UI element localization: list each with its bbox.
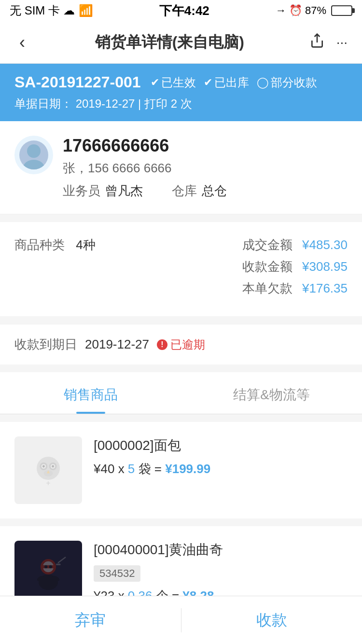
wifi-icon: 📶 [79, 4, 93, 17]
svg-point-9 [52, 465, 54, 468]
customer-name: 张，156 6666 6666 [63, 160, 348, 177]
due-label: 收款到期日 [14, 336, 77, 353]
alarm-icon: ⏰ [289, 4, 302, 17]
received-value: ¥308.95 [302, 259, 348, 274]
price-total-1: ¥199.99 [165, 462, 210, 476]
amount-label: 成交金额 [242, 237, 292, 253]
due-date: 2019-12-27 [85, 337, 149, 352]
svg-point-1 [27, 144, 41, 158]
status-shipped: ✔ 已出库 [204, 75, 249, 90]
product-name-2: [000400001]黄油曲奇 [94, 541, 348, 559]
salesperson-label: 业务员 [63, 182, 100, 199]
cancel-button[interactable]: 弃审 [0, 600, 181, 641]
share-button[interactable] [309, 33, 325, 52]
owed-value: ¥176.35 [302, 281, 348, 296]
svg-point-8 [42, 465, 45, 468]
product-list: + [0000002]面包 ¥40 x 5 袋 = ¥199.99 [0, 422, 362, 623]
received-label: 收款金额 [242, 258, 292, 275]
price-operator-1: x [118, 462, 128, 476]
print-unit: 次 [181, 97, 192, 110]
status-bar: 无 SIM 卡 ☁ 📶 下午4:42 → ⏰ 87% [0, 0, 362, 21]
battery-icon [331, 5, 352, 16]
salesperson-value: 曾凡杰 [105, 182, 143, 199]
nav-bar: ‹ 销货单详情(来自电脑) ··· [0, 21, 362, 64]
bottom-bar: 弃审 收款 [0, 596, 362, 644]
svg-text:+: + [46, 479, 50, 487]
price-equals-1: = [154, 462, 165, 476]
page-title: 销货单详情(来自电脑) [95, 32, 244, 53]
salesperson-meta: 业务员 曾凡杰 [63, 182, 143, 199]
summary-right: 成交金额 ¥485.30 收款金额 ¥308.95 本单欠款 ¥176.35 [242, 237, 348, 302]
tabs-section: 销售商品 结算&物流等 + [0, 372, 362, 623]
sim-label: 无 SIM 卡 ☁ [10, 3, 75, 18]
status-time: 下午4:42 [159, 2, 209, 19]
product-details-1: [0000002]面包 ¥40 x 5 袋 = ¥199.99 [94, 436, 348, 477]
overdue-badge: ! 已逾期 [157, 337, 205, 352]
summary-left: 商品种类 4种 [14, 237, 96, 253]
check-icon-1: ✔ [151, 76, 159, 89]
tab-products[interactable]: 销售商品 [0, 372, 181, 414]
tab-settlement[interactable]: 结算&物流等 [181, 372, 362, 414]
product-types-count: 4种 [76, 238, 95, 252]
amount-row: 成交金额 ¥485.30 [242, 237, 348, 253]
status-right: → ⏰ 87% [276, 4, 352, 17]
amount-value: ¥485.30 [302, 238, 348, 252]
product-tag-2: 534532 [94, 565, 140, 582]
order-date: 2019-12-27 [76, 97, 135, 110]
price-unit-1: 袋 [139, 462, 151, 476]
overdue-text: 已逾期 [170, 337, 205, 352]
more-button[interactable]: ··· [336, 35, 348, 50]
svg-point-2 [23, 160, 44, 169]
customer-phone: 17666666666 [63, 136, 348, 156]
warehouse-value: 总仓 [202, 182, 227, 199]
tabs-bar: 销售商品 结算&物流等 [0, 372, 362, 414]
product-price-1: ¥40 x 5 袋 = ¥199.99 [94, 461, 348, 477]
confirm-button[interactable]: 收款 [181, 600, 362, 641]
product-types-label: 商品种类 [14, 238, 65, 252]
battery-percent: 87% [305, 4, 326, 17]
owed-row: 本单欠款 ¥176.35 [242, 280, 348, 297]
list-item: + [0000002]面包 ¥40 x 5 袋 = ¥199.99 [0, 422, 362, 518]
svg-rect-22 [56, 564, 61, 565]
status-left: 无 SIM 卡 ☁ 📶 [10, 3, 93, 18]
summary-section: 商品种类 4种 成交金额 ¥485.30 收款金额 ¥308.95 本单欠款 ¥… [0, 222, 362, 316]
order-number: SA-20191227-001 [14, 73, 141, 91]
due-section: 收款到期日 2019-12-27 ! 已逾期 [0, 324, 362, 364]
back-button[interactable]: ‹ [14, 28, 30, 57]
order-date-row: 单据日期： 2019-12-27 | 打印 2 次 [14, 96, 348, 112]
nav-actions: ··· [309, 33, 348, 52]
received-row: 收款金额 ¥308.95 [242, 258, 348, 275]
product-image-1: + [14, 436, 82, 504]
warehouse-label: 仓库 [172, 182, 197, 199]
clock-icon: ◯ [257, 76, 269, 89]
product-details-2: [000400001]黄油曲奇 534532 ¥23 x 0.36 个 = ¥8… [94, 541, 348, 604]
svg-point-17 [49, 565, 52, 568]
location-icon: → [276, 4, 286, 17]
status-partial: ◯ 部分收款 [257, 75, 317, 90]
svg-line-21 [58, 557, 66, 563]
avatar [14, 136, 53, 174]
warehouse-meta: 仓库 总仓 [172, 182, 227, 199]
print-count: 2 [171, 97, 177, 110]
order-header: SA-20191227-001 ✔ 已生效 ✔ 已出库 ◯ 部分收款 单据日期：… [0, 64, 362, 121]
status-tags: ✔ 已生效 ✔ 已出库 ◯ 部分收款 [151, 75, 317, 90]
status-effective: ✔ 已生效 [151, 75, 196, 90]
customer-meta: 业务员 曾凡杰 仓库 总仓 [63, 182, 348, 199]
check-icon-2: ✔ [204, 76, 212, 89]
customer-info: 17666666666 张，156 6666 6666 业务员 曾凡杰 仓库 总… [63, 136, 348, 199]
price-quantity-1: 5 [128, 462, 135, 476]
svg-point-16 [44, 565, 47, 568]
overdue-icon: ! [157, 339, 167, 350]
date-label: 单据日期： [14, 97, 72, 110]
product-name-1: [0000002]面包 [94, 436, 348, 455]
customer-section: 17666666666 张，156 6666 6666 业务员 曾凡杰 仓库 总… [0, 121, 362, 214]
print-label: | 打印 [138, 97, 167, 110]
owed-label: 本单欠款 [242, 280, 292, 297]
avatar-icon [19, 140, 48, 169]
